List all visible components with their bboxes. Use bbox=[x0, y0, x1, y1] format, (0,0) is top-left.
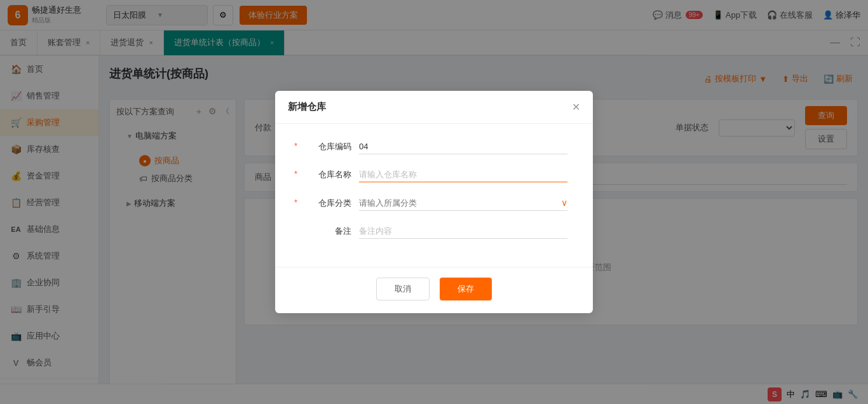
code-input[interactable] bbox=[359, 139, 567, 154]
category-select[interactable]: ∨ bbox=[359, 195, 567, 211]
modal-close-button[interactable]: ✕ bbox=[572, 101, 580, 113]
chevron-down-icon: ∨ bbox=[561, 198, 567, 208]
category-input[interactable] bbox=[359, 198, 561, 208]
cancel-button[interactable]: 取消 bbox=[376, 278, 430, 300]
save-button[interactable]: 保存 bbox=[440, 278, 492, 300]
modal-overlay: 新增仓库 ✕ 仓库编码 仓库名称 仓库分类 ∨ bbox=[0, 0, 868, 404]
modal-header: 新增仓库 ✕ bbox=[275, 91, 593, 124]
form-row-note: 备注 bbox=[301, 224, 567, 239]
form-row-category: 仓库分类 ∨ bbox=[301, 195, 567, 211]
name-label: 仓库名称 bbox=[301, 169, 351, 180]
modal-footer: 取消 保存 bbox=[275, 267, 593, 313]
form-row-code: 仓库编码 bbox=[301, 139, 567, 154]
name-input[interactable] bbox=[359, 167, 567, 182]
note-input[interactable] bbox=[359, 224, 567, 239]
category-label: 仓库分类 bbox=[301, 198, 351, 209]
modal-add-warehouse: 新增仓库 ✕ 仓库编码 仓库名称 仓库分类 ∨ bbox=[275, 91, 593, 313]
modal-body: 仓库编码 仓库名称 仓库分类 ∨ 备注 bbox=[275, 124, 593, 267]
code-label: 仓库编码 bbox=[301, 141, 351, 152]
form-row-name: 仓库名称 bbox=[301, 167, 567, 182]
note-label: 备注 bbox=[301, 226, 351, 237]
modal-title: 新增仓库 bbox=[288, 101, 326, 113]
